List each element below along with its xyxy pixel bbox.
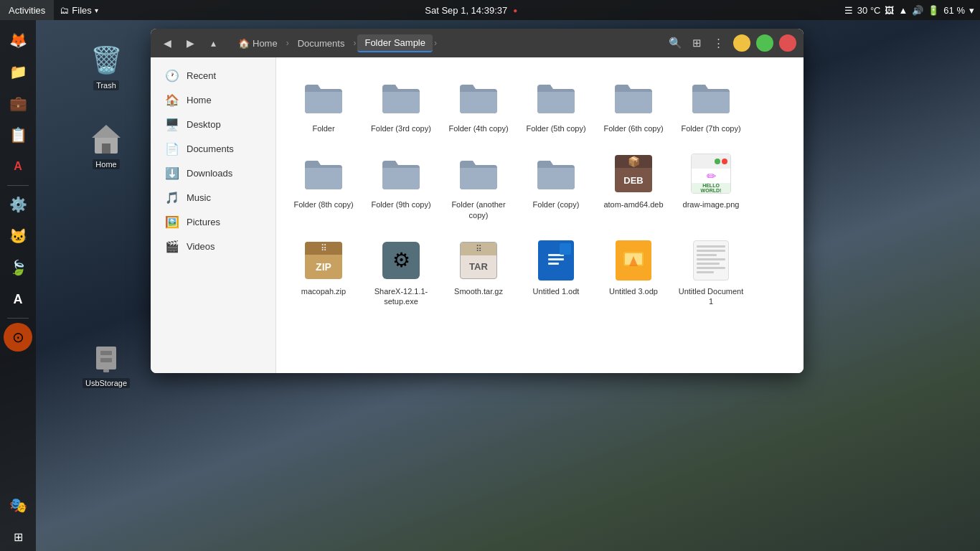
breadcrumb-sep-1: › [286,38,289,48]
sidebar-item-videos[interactable]: 🎬 Videos [154,235,273,258]
list-item[interactable]: Folder (9th copy) [365,145,437,226]
list-item[interactable]: Folder (6th copy) [598,69,669,139]
dock-item-pdf[interactable]: A [4,152,32,181]
battery-icon: 🔋 [928,5,939,16]
topbar-app[interactable]: 🗂 Files ▾ [54,0,103,20]
weather-icon: ☰ [844,5,853,16]
sidebar-item-downloads[interactable]: ⬇️ Downloads [154,161,273,185]
file-name: Folder (6th copy) [603,123,663,133]
dock-item-firefox[interactable]: 🦊 [4,26,32,55]
file-name: Folder (copy) [533,199,580,209]
sidebar-label-pictures: Pictures [187,217,220,227]
folder-icon-wrap [456,75,501,121]
list-item[interactable]: Folder (another copy) [443,145,514,226]
maximize-button[interactable]: + [756,34,773,52]
svg-marker-1 [92,125,121,138]
zip-icon-wrap: ⠿ ZIP [301,237,347,283]
desktop-icon-usb[interactable]: UsbStorage [77,341,135,388]
file-name: atom-amd64.deb [603,199,663,209]
topbar-right: ☰ 30 °C 🖼 ▲ 🔊 🔋 61 % ▾ [839,5,980,16]
sidebar-desktop-icon: 🖥️ [165,118,179,131]
sidebar-item-desktop[interactable]: 🖥️ Desktop [154,113,273,136]
dock: 🦊 📁 💼 📋 A ⚙️ 🐱 🍃 A ⊙ 🎭 ⊞ [0,20,36,551]
list-item[interactable]: Folder (8th copy) [288,145,359,226]
sidebar-item-pictures[interactable]: 🖼️ Pictures [154,210,273,234]
close-button[interactable]: ✕ [779,34,796,52]
list-item[interactable]: Untitled 3.odp [598,232,669,313]
file-name: Untitled Document 1 [678,286,744,307]
menu-button[interactable]: ⋮ [709,34,727,52]
dock-item-ubuntu[interactable]: ⊙ [4,323,32,352]
svg-rect-9 [548,263,559,265]
list-item[interactable]: Untitled 1.odt [520,232,592,313]
forward-button[interactable]: ▶ [181,34,199,52]
dock-item-apps-grid[interactable]: ⊞ [4,522,32,551]
dock-item-todo[interactable]: 📋 [4,121,32,149]
search-button[interactable]: 🔍 [666,34,684,52]
svg-rect-5 [100,358,112,362]
list-item[interactable]: Folder (4th copy) [443,69,514,139]
file-name: Folder (4th copy) [448,123,508,133]
sidebar-item-documents[interactable]: 📄 Documents [154,137,273,161]
volume-icon: 🔊 [912,5,923,16]
list-item[interactable]: ⠿ ZIP macopah.zip [288,232,359,313]
desktop-icon-home[interactable]: Home [77,122,135,169]
usb-icon [89,341,123,375]
desktop-icon-trash[interactable]: 🗑️ Trash [77,43,135,90]
back-button[interactable]: ◀ [158,34,176,52]
list-item[interactable]: 📦 DEB atom-amd64.deb [598,145,669,226]
screenshot-icon: 🖼 [885,5,894,16]
folder-icon-wrap [301,75,347,121]
up-button[interactable]: ▴ [204,34,222,52]
list-item[interactable]: Folder (7th copy) [675,69,747,139]
file-name: Folder (5th copy) [526,123,585,133]
sidebar-label-desktop: Desktop [187,119,221,130]
dock-item-cat[interactable]: 🐱 [4,222,32,250]
tar-icon-wrap: ⠿ TAR [456,237,501,283]
battery-label: 61 % [943,5,965,16]
file-name: Folder (another copy) [446,199,512,220]
desktop: Activities 🗂 Files ▾ Sat Sep 1, 14:39:37… [0,0,980,551]
minimize-button[interactable]: − [733,34,750,52]
sidebar-label-music: Music [187,192,211,203]
sidebar-item-recent[interactable]: 🕐 Recent [154,64,273,88]
topbar-center: Sat Sep 1, 14:39:37 ● [104,5,839,16]
sidebar-item-home[interactable]: 🏠 Home [154,88,273,112]
breadcrumb-folder-sample[interactable]: Folder Sample [357,34,433,52]
odt-icon-wrap [533,237,579,283]
list-item[interactable]: Untitled Document 1 [675,232,747,313]
folder-icon-wrap [301,151,347,197]
dock-item-files[interactable]: 📁 [4,57,32,86]
breadcrumb-home[interactable]: 🏠 Home [231,35,285,52]
dropdown-icon[interactable]: ▾ [969,5,974,16]
sidebar-downloads-icon: ⬇️ [165,166,179,180]
dock-item-puppet[interactable]: 🎭 [4,491,32,519]
folder-icon-wrap [533,151,579,197]
list-item[interactable]: ⚙ ShareX-12.1.1-setup.exe [365,232,437,313]
file-name: Untitled 3.odp [609,286,658,296]
main-content: 🕐 Recent 🏠 Home 🖥️ Desktop 📄 Documents ⬇… [151,57,804,373]
list-item[interactable]: Folder (copy) [520,145,592,226]
sidebar-pictures-icon: 🖼️ [165,215,179,229]
file-name: Folder (7th copy) [681,123,740,133]
titlebar-actions: 🔍 ⊞ ⋮ [666,34,727,52]
svg-rect-4 [100,351,112,355]
topbar-activities[interactable]: Activities [0,0,54,20]
list-item[interactable]: Folder (5th copy) [520,69,592,139]
usb-label: UsbStorage [83,378,130,388]
file-grid: Folder Folder (3rd copy) [276,57,804,373]
breadcrumb-documents[interactable]: Documents [291,35,352,52]
home-label: Home [93,159,119,169]
dock-item-briefcase[interactable]: 💼 [4,89,32,118]
file-manager-window: ◀ ▶ ▴ 🏠 Home › Documents › Folder Sample… [151,29,804,373]
sidebar-item-music[interactable]: 🎵 Music [154,186,273,209]
dock-item-font[interactable]: A [4,285,32,314]
dock-item-leaf[interactable]: 🍃 [4,253,32,282]
dock-item-settings[interactable]: ⚙️ [4,190,32,219]
view-toggle-button[interactable]: ⊞ [687,34,706,52]
list-item[interactable]: Folder (3rd copy) [365,69,437,139]
list-item[interactable]: ⠿ TAR Smooth.tar.gz [443,232,514,313]
list-item[interactable]: Folder [288,69,359,139]
list-item[interactable]: ✏ HELLO WORLD! draw-image.png [675,145,747,226]
titlebar: ◀ ▶ ▴ 🏠 Home › Documents › Folder Sample… [151,29,804,57]
